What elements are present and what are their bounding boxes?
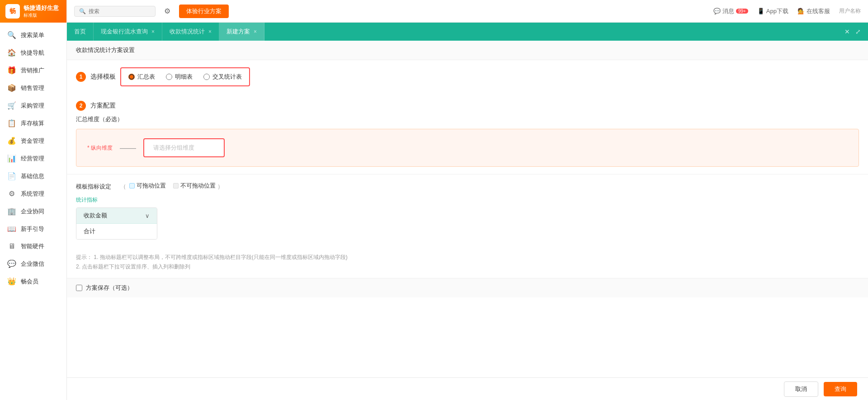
vertical-dimension-label: * 纵向维度 [87,144,113,152]
metrics-column-label: 收款金额 [84,212,107,220]
settings-icon[interactable]: ⚙ [161,5,174,18]
message-label: 消息 [722,7,734,15]
cancel-button[interactable]: 取消 [784,381,818,397]
sidebar-item-label: 新手引导 [21,225,44,233]
query-button[interactable]: 查询 [824,382,857,396]
draggable-legend-label: 可拖动位置 [137,182,166,190]
metrics-dropdown-arrow[interactable]: ∨ [145,212,150,219]
radio-summary-label: 汇总表 [137,73,155,81]
tab-bank-flow[interactable]: 现金银行流水查询 × [94,23,162,41]
logo-icon: 畅 [5,4,20,19]
sidebar-item-label: 基础信息 [21,172,44,180]
chart-icon: 📊 [7,154,16,163]
search-input[interactable] [89,8,143,14]
sidebar-item-label: 畅会员 [21,278,38,286]
tab-collection-stats[interactable]: 收款情况统计 × [162,23,219,41]
clipboard-icon: 📋 [7,119,16,127]
sidebar-item-inventory[interactable]: 📋 库存核算 [0,114,66,132]
tab-home[interactable]: 首页 [67,23,94,41]
save-label: 方案保存（可选） [86,284,133,292]
radio-summary[interactable]: 汇总表 [128,73,155,81]
metrics-column-header[interactable]: 收款金额 ∨ [76,208,157,224]
sidebar-item-enterprise[interactable]: 🏢 企业协同 [0,202,66,220]
radio-cross-input[interactable] [203,74,210,80]
metrics-category: 统计指标 [76,196,859,204]
search-box[interactable]: 🔍 [74,6,156,17]
radio-summary-input[interactable] [128,74,135,80]
sidebar-item-label: 库存核算 [21,119,44,127]
fixed-legend-icon [173,183,179,188]
sidebar-item-guide[interactable]: 📖 新手引导 [0,220,66,238]
logo-text: 畅捷通好生意 [24,4,59,12]
message-icon: 💬 [713,8,721,14]
section1-header: 1 选择模板 汇总表 明细表 交叉统计表 [76,67,859,86]
sidebar-item-purchase[interactable]: 🛒 采购管理 [0,97,66,114]
sidebar-item-weixin[interactable]: 💬 企业微信 [0,255,66,273]
tab-home-label: 首页 [74,28,86,36]
page-header-title: 收款情况统计方案设置 [76,47,135,53]
tab-new-plan-close[interactable]: × [254,28,257,35]
dimension-area: * 纵向维度 —— 请选择分组维度 [76,129,859,167]
customer-service-button[interactable]: 💁 在线客服 [797,7,830,15]
sidebar-item-operation[interactable]: 📊 经营管理 [0,150,66,167]
tab-collection-stats-label: 收款情况统计 [170,28,205,36]
sidebar-item-label: 经营管理 [21,155,44,163]
radio-detail-input[interactable] [166,74,172,80]
sidebar-item-label: 采购管理 [21,102,44,110]
sidebar-item-hardware[interactable]: 🖥 智能硬件 [0,238,66,255]
sidebar-item-label: 企业微信 [21,260,44,268]
sidebar-item-sales[interactable]: 📦 销售管理 [0,79,66,97]
tip-line2: 2. 点击标题栏下拉可设置排序、插入列和删除列 [76,263,859,271]
sidebar-item-marketing[interactable]: 🎁 营销推广 [0,61,66,79]
search-icon: 🔍 [79,8,86,14]
building-icon: 🏢 [7,207,16,216]
dimension-section-label: 汇总维度（必选） [76,115,859,123]
radio-detail-label: 明细表 [175,73,193,81]
metrics-section: 模板指标设定 （ 可拖动位置 不可拖动位置 ） 统计指标 收款金额 [67,174,868,248]
sidebar-logo: 畅 畅捷通好生意 标准版 [0,0,66,23]
tab-new-plan[interactable]: 新建方案 × [219,23,264,41]
tips-section: 提示： 1. 拖动标题栏可以调整布局，不可跨维度或指标区域拖动栏目字段(只能在同… [67,248,868,278]
sidebar-item-member[interactable]: 👑 畅会员 [0,273,66,290]
maximize-window-icon[interactable]: ⤢ [855,28,861,35]
monitor-icon: 🖥 [7,242,16,250]
radio-cross-label: 交叉统计表 [212,73,242,81]
sidebar-item-quick-nav[interactable]: 🏠 快捷导航 [0,44,66,61]
crown-icon: 👑 [7,277,16,286]
close-window-icon[interactable]: ✕ [844,28,850,35]
content-inner: 收款情况统计方案设置 1 选择模板 汇总表 明细表 [67,41,868,377]
sidebar-item-label: 搜索菜单 [21,31,44,39]
sidebar-menu: 🔍 搜索菜单 🏠 快捷导航 🎁 营销推广 📦 销售管理 🛒 采购管理 📋 库存核… [0,23,66,400]
save-checkbox[interactable] [76,285,82,291]
section2-header: 2 方案配置 [76,101,859,111]
section2-badge: 2 [76,101,86,111]
radio-detail[interactable]: 明细表 [166,73,193,81]
dimension-select[interactable]: 请选择分组维度 [143,138,225,157]
sidebar-item-search-menu[interactable]: 🔍 搜索菜单 [0,26,66,44]
metrics-title: 模板指标设定 [76,183,111,190]
mobile-icon: 📱 [757,8,764,14]
sidebar-item-system[interactable]: ⚙ 系统管理 [0,185,66,202]
tab-collection-stats-close[interactable]: × [208,28,212,35]
sidebar-item-label: 资金管理 [21,137,44,145]
username-display: 用户名称 [839,7,861,15]
draggable-legend-icon [129,183,135,188]
metrics-section-label: 模板指标设定 （ 可拖动位置 不可拖动位置 ） [76,182,859,191]
sidebar-item-label: 企业协同 [21,207,44,216]
sidebar-item-finance[interactable]: 💰 资金管理 [0,132,66,150]
money-icon: 💰 [7,136,16,145]
trial-button[interactable]: 体验行业方案 [179,5,229,18]
gift-icon: 🎁 [7,66,16,75]
app-download-button[interactable]: 📱 App下载 [757,7,788,15]
metrics-row-total: 合计 [76,224,157,239]
tab-bank-flow-close[interactable]: × [151,28,155,35]
tabs-window-controls: ✕ ⤢ [837,23,868,41]
sidebar-item-label: 快捷导航 [21,49,44,57]
sidebar-item-label: 销售管理 [21,84,44,92]
logo-badge: 标准版 [24,12,59,19]
message-button[interactable]: 💬 消息 99+ [713,7,748,15]
service-icon: 💁 [797,8,805,14]
app-download-label: App下载 [766,7,788,15]
radio-cross[interactable]: 交叉统计表 [203,73,242,81]
sidebar-item-basic-info[interactable]: 📄 基础信息 [0,167,66,185]
